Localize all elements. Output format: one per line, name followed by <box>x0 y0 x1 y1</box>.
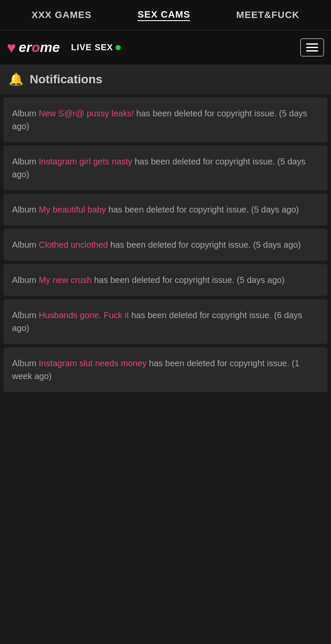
notification-suffix-5: has been deleted for copyright issue. (5… <box>92 275 285 285</box>
top-ad-bar: XXX GAMES SEX CAMS MEET&FUCK <box>0 0 331 30</box>
live-indicator-dot <box>115 45 121 50</box>
live-sex-button[interactable]: LIVE SEX <box>71 43 121 52</box>
hamburger-line-1 <box>306 43 318 45</box>
notification-prefix-5: Album <box>12 275 39 285</box>
notification-item-1: Album New S@r@ pussy leaks! has been del… <box>3 97 328 142</box>
meet-fuck-link[interactable]: MEET&FUCK <box>236 9 299 21</box>
notification-prefix-3: Album <box>12 205 39 214</box>
sex-cams-link[interactable]: SEX CAMS <box>137 9 190 21</box>
header: ♥ erome LIVE SEX <box>0 30 331 64</box>
album-link-7[interactable]: Instagram slut needs money <box>39 358 146 368</box>
album-link-5[interactable]: My new crush <box>39 275 91 285</box>
album-link-3[interactable]: My beautiful baby <box>39 205 106 214</box>
album-link-6[interactable]: Husbands gone. Fuck it <box>39 310 129 320</box>
album-link-2[interactable]: Instagram girl gets nasty <box>39 157 132 166</box>
notification-suffix-4: has been deleted for copyright issue. (5… <box>108 240 301 249</box>
bell-icon: 🔔 <box>9 72 24 86</box>
notification-suffix-3: has been deleted for copyright issue. (5… <box>106 205 299 214</box>
hamburger-menu-button[interactable] <box>300 38 324 57</box>
notification-item-7: Album Instagram slut needs money has bee… <box>3 347 328 392</box>
notifications-title: Notifications <box>30 73 103 86</box>
logo-text: erome <box>18 39 60 55</box>
album-link-4[interactable]: Clothed unclothed <box>39 240 108 249</box>
logo-heart-icon: ♥ <box>7 40 16 55</box>
notification-item-5: Album My new crush has been deleted for … <box>3 264 328 296</box>
notification-text-5: Album My new crush has been deleted for … <box>12 273 319 286</box>
logo-area: ♥ erome LIVE SEX <box>7 39 300 55</box>
notification-prefix-7: Album <box>12 358 39 368</box>
notification-prefix-6: Album <box>12 310 39 320</box>
notification-prefix-1: Album <box>12 109 39 118</box>
notification-text-1: Album New S@r@ pussy leaks! has been del… <box>12 107 319 133</box>
live-sex-label: LIVE SEX <box>71 43 113 52</box>
hamburger-line-2 <box>306 47 318 48</box>
notification-prefix-2: Album <box>12 157 39 166</box>
notification-item-2: Album Instagram girl gets nasty has been… <box>3 146 328 190</box>
notification-text-4: Album Clothed unclothed has been deleted… <box>12 238 319 251</box>
notification-item-3: Album My beautiful baby has been deleted… <box>3 194 328 225</box>
album-link-1[interactable]: New S@r@ pussy leaks! <box>39 109 134 118</box>
notification-text-7: Album Instagram slut needs money has bee… <box>12 357 319 383</box>
notification-item-4: Album Clothed unclothed has been deleted… <box>3 229 328 261</box>
xxx-games-link[interactable]: XXX GAMES <box>32 9 92 21</box>
notification-prefix-4: Album <box>12 240 39 249</box>
hamburger-line-3 <box>306 50 318 52</box>
notification-text-3: Album My beautiful baby has been deleted… <box>12 203 319 216</box>
notifications-header: 🔔 Notifications <box>0 64 331 94</box>
notification-item-6: Album Husbands gone. Fuck it has been de… <box>3 299 328 344</box>
notification-text-2: Album Instagram girl gets nasty has been… <box>12 155 319 181</box>
notification-text-6: Album Husbands gone. Fuck it has been de… <box>12 309 319 334</box>
notifications-list: Album New S@r@ pussy leaks! has been del… <box>0 97 331 392</box>
